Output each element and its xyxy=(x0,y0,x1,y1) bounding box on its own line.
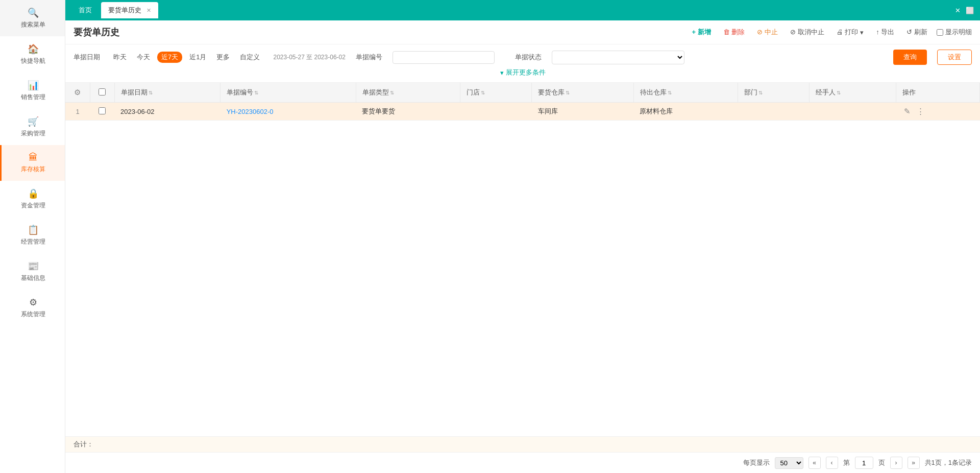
row-checkbox[interactable] xyxy=(90,103,114,121)
date-shortcuts: 昨天 今天 近7天 近1月 更多 自定义 xyxy=(110,52,263,63)
col-store: 门店⇅ xyxy=(460,83,532,103)
tab-requisition-history[interactable]: 要货单历史 ✕ xyxy=(101,2,158,18)
sales-mgmt-icon: 📊 xyxy=(28,80,39,91)
main-area: 首页 要货单历史 ✕ ✕ ⬜ 要货单历史 + 新增 🗑 删除 ⊘ 中止 ⊘ 取消… xyxy=(65,0,980,473)
topbar-right: ✕ ⬜ xyxy=(955,7,974,14)
print-button[interactable]: 🖨 打印 ▾ xyxy=(834,26,867,39)
settings-button[interactable]: 设置 xyxy=(937,50,972,65)
col-operation: 操作 xyxy=(896,83,979,103)
tab-home[interactable]: 首页 xyxy=(71,2,99,18)
page-last-btn[interactable]: » xyxy=(908,457,920,469)
total-label: 合计： xyxy=(74,440,93,448)
export-button[interactable]: ↑ 导出 xyxy=(873,26,897,39)
sidebar-item-finance-mgmt[interactable]: 🔒 资金管理 xyxy=(0,181,65,217)
delete-button[interactable]: 🗑 删除 xyxy=(720,26,748,39)
purchase-mgmt-icon: 🛒 xyxy=(28,116,39,127)
shortcut-last7days[interactable]: 近7天 xyxy=(157,52,182,63)
total-info: 共1页，1条记录 xyxy=(925,458,972,467)
col-settings[interactable]: ⚙ xyxy=(65,83,90,103)
date-range-display: 2023-05-27 至 2023-06-02 xyxy=(273,53,345,62)
doc-status-label: 单据状态 xyxy=(515,53,542,62)
row-select-checkbox[interactable] xyxy=(99,107,106,114)
col-pending-warehouse: 待出仓库⇅ xyxy=(633,83,738,103)
row-dept xyxy=(738,103,809,121)
row-handler xyxy=(809,103,896,121)
sidebar: 🔍 搜索菜单 🏠 快捷导航 📊 销售管理 🛒 采购管理 🏛 库存核算 🔒 资金管… xyxy=(0,0,65,473)
col-checkbox xyxy=(90,83,114,103)
page-input[interactable] xyxy=(855,457,873,469)
status-select-wrap xyxy=(552,51,883,64)
sort-docno-icon[interactable]: ⇅ xyxy=(254,90,258,96)
filter-row-1: 单据日期 昨天 今天 近7天 近1月 更多 自定义 2023-05-27 至 2… xyxy=(74,50,972,65)
content-area: 要货单历史 + 新增 🗑 删除 ⊘ 中止 ⊘ 取消中止 🖨 打印 ▾ ↑ 导出 … xyxy=(65,20,980,473)
shortcut-yesterday[interactable]: 昨天 xyxy=(110,52,130,63)
table-header-row: ⚙ 单据日期⇅ 单据编号⇅ 单据类型⇅ xyxy=(65,83,980,103)
sys-mgmt-icon: ⚙ xyxy=(29,297,37,308)
per-page-label: 每页显示 xyxy=(743,458,770,467)
shortcut-today[interactable]: 今天 xyxy=(134,52,153,63)
expand-down-icon: ▾ xyxy=(500,69,504,77)
row-store xyxy=(460,103,532,121)
new-button[interactable]: + 新增 xyxy=(689,26,714,39)
page-prev-btn[interactable]: ‹ xyxy=(826,457,838,469)
query-button[interactable]: 查询 xyxy=(893,50,927,65)
display-detail-toggle[interactable]: 显示明细 xyxy=(937,28,972,37)
row-doc-no[interactable]: YH-20230602-0 xyxy=(220,103,356,121)
sort-doctype-icon[interactable]: ⇅ xyxy=(390,90,394,96)
finance-mgmt-icon: 🔒 xyxy=(28,188,39,199)
table-container: ⚙ 单据日期⇅ 单据编号⇅ 单据类型⇅ xyxy=(65,83,980,436)
row-operations: ✎ ⋮ xyxy=(896,103,979,121)
sidebar-item-ops-mgmt[interactable]: 📋 经营管理 xyxy=(0,217,65,253)
col-handler: 经手人⇅ xyxy=(809,83,896,103)
row-req-warehouse: 车间库 xyxy=(532,103,634,121)
doc-no-link[interactable]: YH-20230602-0 xyxy=(227,108,274,115)
ops-mgmt-icon: 📋 xyxy=(28,224,39,235)
sidebar-item-purchase-mgmt[interactable]: 🛒 采购管理 xyxy=(0,109,65,145)
sidebar-item-basic-info[interactable]: 📰 基础信息 xyxy=(0,253,65,290)
refresh-button[interactable]: ↺ 刷新 xyxy=(903,26,930,39)
select-all-checkbox[interactable] xyxy=(99,88,106,96)
row-num: 1 xyxy=(65,103,90,121)
toolbar: + 新增 🗑 删除 ⊘ 中止 ⊘ 取消中止 🖨 打印 ▾ ↑ 导出 ↺ 刷新 显… xyxy=(689,26,972,39)
per-page-select[interactable]: 50 100 200 xyxy=(775,457,803,469)
doc-no-input[interactable] xyxy=(393,51,495,64)
cancel-stop-button[interactable]: ⊘ 取消中止 xyxy=(787,26,827,39)
shortcut-last1month[interactable]: 近1月 xyxy=(186,52,209,63)
expand-more-btn[interactable]: ▾ 展开更多条件 xyxy=(74,68,972,77)
window-maximize-btn[interactable]: ⬜ xyxy=(966,7,974,14)
sort-date-icon[interactable]: ⇅ xyxy=(149,90,153,96)
row-edit-icon[interactable]: ✎ xyxy=(902,106,913,116)
search-menu-icon: 🔍 xyxy=(28,7,39,18)
sidebar-item-sales-mgmt[interactable]: 📊 销售管理 xyxy=(0,73,65,109)
sort-pendwh-icon[interactable]: ⇅ xyxy=(668,90,672,96)
page-header: 要货单历史 + 新增 🗑 删除 ⊘ 中止 ⊘ 取消中止 🖨 打印 ▾ ↑ 导出 … xyxy=(65,20,980,44)
sidebar-item-inventory[interactable]: 🏛 库存核算 xyxy=(0,145,65,181)
doc-status-select[interactable] xyxy=(552,51,684,64)
sidebar-item-quick-nav[interactable]: 🏠 快捷导航 xyxy=(0,36,65,73)
inventory-icon: 🏛 xyxy=(29,152,38,163)
page-first-btn[interactable]: « xyxy=(808,457,821,469)
sort-reqwh-icon[interactable]: ⇅ xyxy=(566,90,570,96)
row-more-icon[interactable]: ⋮ xyxy=(915,106,926,116)
table-settings-icon[interactable]: ⚙ xyxy=(74,88,81,97)
shortcut-custom[interactable]: 自定义 xyxy=(237,52,263,63)
display-detail-checkbox[interactable] xyxy=(937,29,943,36)
sidebar-item-sys-mgmt[interactable]: ⚙ 系统管理 xyxy=(0,290,65,326)
print-label: 🖨 打印 xyxy=(837,28,859,37)
window-close-btn[interactable]: ✕ xyxy=(955,7,961,14)
print-dropdown-icon[interactable]: ▾ xyxy=(860,29,864,36)
page-title: 要货单历史 xyxy=(74,26,119,38)
sort-dept-icon[interactable]: ⇅ xyxy=(758,90,763,96)
filter-area: 单据日期 昨天 今天 近7天 近1月 更多 自定义 2023-05-27 至 2… xyxy=(65,44,980,83)
sort-store-icon[interactable]: ⇅ xyxy=(481,90,485,96)
page-next-btn[interactable]: › xyxy=(890,457,902,469)
col-doc-no: 单据编号⇅ xyxy=(220,83,356,103)
row-doc-type: 要货单要货 xyxy=(356,103,460,121)
tab-close-icon[interactable]: ✕ xyxy=(146,7,151,14)
col-date: 单据日期⇅ xyxy=(114,83,220,103)
topbar: 首页 要货单历史 ✕ ✕ ⬜ xyxy=(65,0,980,20)
sidebar-item-search-menu[interactable]: 🔍 搜索菜单 xyxy=(0,0,65,36)
shortcut-more[interactable]: 更多 xyxy=(213,52,233,63)
stop-button[interactable]: ⊘ 中止 xyxy=(754,26,781,39)
sort-handler-icon[interactable]: ⇅ xyxy=(837,90,841,96)
